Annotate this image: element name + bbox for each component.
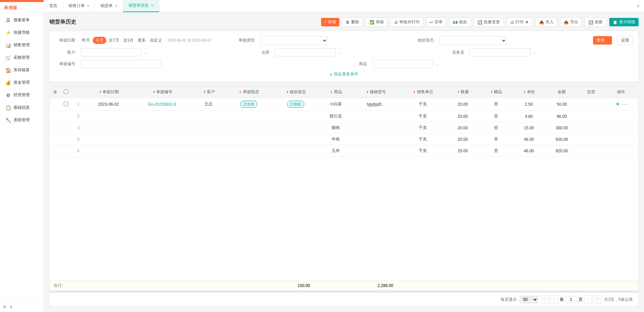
th-doc-date[interactable]: ⬆ 单据日期 [85,86,132,98]
cell-checkbox[interactable] [60,134,72,145]
salesman-input[interactable] [470,48,530,56]
refresh-button[interactable]: 🔃 刷新 [585,18,607,27]
first-page-button[interactable]: ⟨⟨ [541,295,549,304]
shortcut-yesterday[interactable]: 昨天 [81,37,91,44]
cell-trade [578,111,604,122]
prev-page-button[interactable]: ⟨ [550,295,558,304]
th-goods[interactable]: ⬆ 商品 [319,86,352,98]
salesman-dots[interactable]: ... [533,50,536,55]
tab-sales-order-close[interactable]: ✕ [87,4,89,8]
cell-customer [192,145,225,157]
cell-checkbox[interactable] [60,111,72,122]
tab-home[interactable]: 首页 [44,0,63,12]
shortcut-more[interactable]: 更多 [136,37,147,44]
cell-action [604,145,638,157]
th-customer[interactable]: ⬆ 客户 [192,86,225,98]
audit-button[interactable]: ✅ 审核 [366,18,388,27]
print-icon: 🖨 [510,20,514,25]
export-button[interactable]: 📤 导出 [560,18,582,27]
th-price[interactable]: ⬆ 单价 [512,86,545,98]
sort-icon: ⬆ [99,90,102,94]
next-page-button[interactable]: ⟩ [584,295,592,304]
cell-checkbox[interactable] [60,145,72,157]
shortcut-7days[interactable]: 近7天 [108,37,121,44]
cell-doc-status [225,145,272,157]
cell-checkbox[interactable] [60,122,72,134]
cell-price: 15.00 [512,122,545,134]
more-action[interactable]: ⋯ [622,102,627,107]
th-qty[interactable]: ⬆ 数量 [446,86,479,98]
cell-amount: 920.00 [545,145,578,157]
table-row: 3 猪肉 千克 20.00 否 15.00 300.00 [50,122,638,134]
cell-checkbox[interactable] [60,98,72,111]
cell-doc-no[interactable] [132,122,192,134]
collapse-button[interactable]: ∧ 收起更多条件 [330,71,358,77]
th-spec[interactable]: ⬆ 规格型号 [352,86,399,98]
cell-spec [352,134,399,145]
delete-button[interactable]: 🗑 删除 [342,18,363,27]
row-checkbox[interactable] [64,102,68,106]
sidebar-item-quick-nav[interactable]: ⚡ 快捷导航 [0,26,44,39]
tab-sales-goods-close[interactable]: ✕ [115,4,117,8]
warehouse-dots[interactable]: ... [338,50,342,55]
cell-doc-no[interactable] [132,134,192,145]
query-button[interactable]: 查询 [593,36,612,45]
sidebar-collapse-icon[interactable]: ⏸ [9,305,13,309]
doc-no-input[interactable] [81,60,162,68]
select-all-checkbox[interactable] [64,89,68,94]
sidebar-item-basic-info[interactable]: 📋 基础信息 [0,101,44,114]
page-input[interactable] [565,296,577,303]
doc-type-label: 单据类型 [234,37,255,43]
collect-button[interactable]: 💵 收款 [449,18,471,27]
sidebar-item-inventory[interactable]: 🏠 库存核算 [0,64,44,76]
cell-customer [192,134,225,145]
doc-type-select[interactable] [260,36,328,45]
tab-close-all[interactable]: ✕ [633,4,644,8]
view-action[interactable]: 👁 [615,102,620,107]
cell-doc-no[interactable]: SA-20230602-0 [132,98,192,111]
payment-status-select[interactable] [439,36,507,45]
sidebar-item-search-menu[interactable]: ☰ 搜索菜单 [0,14,44,26]
sidebar-item-sales-mgmt[interactable]: 📊 销售管理 [0,39,44,51]
cell-index: 1 [72,98,85,111]
sidebar-settings-icon[interactable]: ⚙ [3,305,6,309]
warehouse-input[interactable] [275,48,336,56]
th-gift[interactable]: ⬆ 赠品 [479,86,512,98]
print-button[interactable]: 🖨 打印 ▼ [506,18,533,27]
tab-sales-history-close[interactable]: ✕ [151,4,153,7]
abandon-button[interactable]: ↩ 弃审 [426,18,446,27]
th-doc-status[interactable]: ⬆ 单据状态 [225,86,272,98]
th-payment-status[interactable]: ⬆ 收款状态 [272,86,319,98]
sidebar-item-system-mgmt[interactable]: 🔧 系统管理 [0,114,44,126]
th-unit[interactable]: ⬆ 销售单位 [399,86,446,98]
sidebar-item-finance-mgmt[interactable]: 💰 资金管理 [0,76,44,89]
customer-input[interactable] [81,48,141,56]
import-button[interactable]: 📥 导入 [535,18,557,27]
shortcut-today[interactable]: 今天 [93,37,106,44]
th-settings[interactable]: ⚙ [50,86,60,98]
th-doc-no[interactable]: ⬆ 单据编号 [132,86,192,98]
shortcut-custom[interactable]: 自定义 [148,37,163,44]
new-button[interactable]: + 新增 [321,18,339,26]
page-label: 第 [560,297,564,303]
last-page-button[interactable]: ⟩⟩ [593,295,601,304]
audit-print-button[interactable]: 🖨 审核并打印 [390,18,423,27]
sidebar-item-purchase-mgmt[interactable]: 🛒 采购管理 [0,51,44,64]
settings-button[interactable]: 设置 [617,36,633,45]
show-detail-button[interactable]: 📋 显示明细 [609,18,639,26]
cell-doc-no[interactable] [132,145,192,157]
sidebar-item-operation-mgmt[interactable]: ⚙ 经营管理 [0,89,44,101]
customer-dots[interactable]: ... [144,50,147,55]
cell-doc-no[interactable] [132,111,192,122]
cell-settings [50,122,60,134]
goods-dots[interactable]: ... [436,61,439,66]
tab-sales-order[interactable]: 销售订单 ✕ [63,0,95,12]
per-page-select[interactable]: 50 100 [520,296,538,303]
page-nav: ⟨⟨ ⟨ 第 页 ⟩ ⟩⟩ [541,295,601,304]
shortcut-1month[interactable]: 近1月 [122,37,135,44]
batch-change-button[interactable]: 🔄 批量变更 [474,18,504,27]
goods-input[interactable] [372,60,433,68]
tab-sales-goods[interactable]: 销货单 ✕ [95,0,123,12]
tab-sales-history[interactable]: 销货单历史 ✕ [123,0,159,12]
th-checkbox[interactable] [60,86,72,98]
